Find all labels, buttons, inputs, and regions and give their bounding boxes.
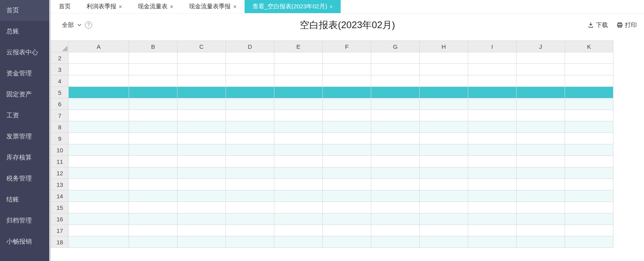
cell-I3[interactable] (468, 64, 517, 75)
cell-J2[interactable] (517, 52, 565, 64)
column-header-G[interactable]: G (371, 41, 420, 52)
cell-E10[interactable] (274, 144, 323, 156)
column-header-C[interactable]: C (177, 41, 226, 52)
cell-K17[interactable] (565, 225, 613, 236)
cell-J12[interactable] (517, 167, 565, 179)
row-header-2[interactable]: 2 (51, 52, 69, 64)
filter-dropdown[interactable]: 全部 ? (62, 21, 92, 29)
cell-I18[interactable] (468, 236, 517, 248)
cell-G4[interactable] (371, 75, 420, 87)
column-header-H[interactable]: H (420, 41, 468, 52)
cell-H8[interactable] (420, 121, 468, 133)
cell-F12[interactable] (323, 167, 371, 179)
cell-E3[interactable] (274, 64, 323, 75)
cell-A12[interactable] (69, 167, 129, 179)
row-header-12[interactable]: 12 (51, 167, 69, 179)
tab-1[interactable]: 利润表季报× (79, 0, 130, 13)
cell-B14[interactable] (129, 190, 177, 202)
cell-I14[interactable] (468, 190, 517, 202)
cell-C15[interactable] (177, 202, 226, 213)
cell-A4[interactable] (69, 75, 129, 87)
cell-F7[interactable] (323, 110, 371, 121)
cell-E9[interactable] (274, 133, 323, 144)
cell-H2[interactable] (420, 52, 468, 64)
cell-H4[interactable] (420, 75, 468, 87)
cell-D14[interactable] (226, 190, 274, 202)
cell-I15[interactable] (468, 202, 517, 213)
cell-H10[interactable] (420, 144, 468, 156)
cell-E14[interactable] (274, 190, 323, 202)
cell-F5[interactable] (323, 87, 371, 98)
cell-C16[interactable] (177, 213, 226, 225)
cell-A8[interactable] (69, 121, 129, 133)
sidebar-item-10[interactable]: 归档管理 (0, 210, 49, 231)
cell-D16[interactable] (226, 213, 274, 225)
cell-K18[interactable] (565, 236, 613, 248)
sidebar-item-11[interactable]: 小畅报销 (0, 231, 49, 252)
cell-J10[interactable] (517, 144, 565, 156)
cell-J16[interactable] (517, 213, 565, 225)
cell-A2[interactable] (69, 52, 129, 64)
cell-K16[interactable] (565, 213, 613, 225)
cell-F9[interactable] (323, 133, 371, 144)
cell-B9[interactable] (129, 133, 177, 144)
cell-G5[interactable] (371, 87, 420, 98)
cell-K12[interactable] (565, 167, 613, 179)
cell-A13[interactable] (69, 179, 129, 190)
row-header-16[interactable]: 16 (51, 213, 69, 225)
cell-G8[interactable] (371, 121, 420, 133)
cell-G6[interactable] (371, 98, 420, 110)
cell-C4[interactable] (177, 75, 226, 87)
cell-I6[interactable] (468, 98, 517, 110)
cell-G10[interactable] (371, 144, 420, 156)
cell-G3[interactable] (371, 64, 420, 75)
cell-F16[interactable] (323, 213, 371, 225)
cell-F13[interactable] (323, 179, 371, 190)
cell-B5[interactable] (129, 87, 177, 98)
cell-K4[interactable] (565, 75, 613, 87)
cell-H5[interactable] (420, 87, 468, 98)
cell-A10[interactable] (69, 144, 129, 156)
cell-D4[interactable] (226, 75, 274, 87)
cell-E11[interactable] (274, 156, 323, 167)
sidebar-scrollbar[interactable] (49, 0, 51, 261)
cell-K14[interactable] (565, 190, 613, 202)
sidebar-item-4[interactable]: 固定资产 (0, 84, 49, 105)
cell-F17[interactable] (323, 225, 371, 236)
row-header-18[interactable]: 18 (51, 236, 69, 248)
cell-A9[interactable] (69, 133, 129, 144)
spreadsheet[interactable]: ABCDEFGHIJK23456789101112131415161718 (51, 36, 644, 261)
cell-H3[interactable] (420, 64, 468, 75)
cell-F3[interactable] (323, 64, 371, 75)
cell-E12[interactable] (274, 167, 323, 179)
cell-D3[interactable] (226, 64, 274, 75)
cell-I4[interactable] (468, 75, 517, 87)
cell-H14[interactable] (420, 190, 468, 202)
cell-A15[interactable] (69, 202, 129, 213)
cell-G18[interactable] (371, 236, 420, 248)
cell-H15[interactable] (420, 202, 468, 213)
cell-H16[interactable] (420, 213, 468, 225)
cell-J7[interactable] (517, 110, 565, 121)
cell-C10[interactable] (177, 144, 226, 156)
tab-3[interactable]: 现金流量表季报× (181, 0, 244, 13)
cell-K15[interactable] (565, 202, 613, 213)
cell-B16[interactable] (129, 213, 177, 225)
column-header-D[interactable]: D (226, 41, 274, 52)
cell-J3[interactable] (517, 64, 565, 75)
cell-H7[interactable] (420, 110, 468, 121)
cell-J17[interactable] (517, 225, 565, 236)
close-icon[interactable]: × (170, 4, 173, 10)
cell-E16[interactable] (274, 213, 323, 225)
row-header-15[interactable]: 15 (51, 202, 69, 213)
cell-D10[interactable] (226, 144, 274, 156)
cell-C2[interactable] (177, 52, 226, 64)
sidebar-item-0[interactable]: 首页 (0, 0, 49, 21)
cell-A18[interactable] (69, 236, 129, 248)
cell-K6[interactable] (565, 98, 613, 110)
cell-K7[interactable] (565, 110, 613, 121)
cell-D8[interactable] (226, 121, 274, 133)
cell-E8[interactable] (274, 121, 323, 133)
cell-I16[interactable] (468, 213, 517, 225)
cell-D9[interactable] (226, 133, 274, 144)
